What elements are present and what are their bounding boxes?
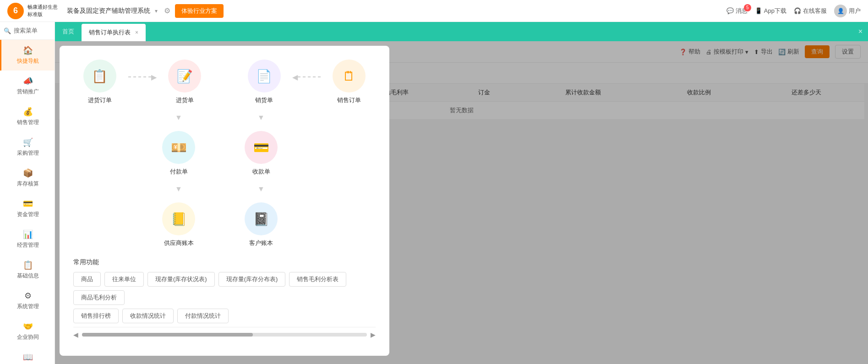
- node-supplier-ledger[interactable]: 📒 供应商账本: [151, 202, 206, 247]
- guide-icon: 📖: [23, 352, 33, 362]
- payment-icon: 💴: [171, 140, 187, 155]
- node-sales-order[interactable]: 🗒 销售订单: [322, 60, 376, 104]
- tab-bar: 首页 销售订单执行表 × ×: [55, 22, 868, 41]
- node-sale-invoice[interactable]: 📄 销货单: [238, 60, 291, 104]
- sidebar-item-guide[interactable]: 📖 新手引导: [0, 347, 55, 364]
- supplier-ledger-circle: 📒: [162, 202, 195, 235]
- arrow-down-supplier: ▼: [151, 185, 206, 193]
- logo-line2: 标准版: [27, 11, 58, 18]
- cf-btn-product[interactable]: 商品: [73, 272, 101, 287]
- tab-sales-order-exec-label: 销售订单执行表: [89, 28, 131, 37]
- message-item[interactable]: 💬 消息 5: [726, 7, 748, 15]
- cf-btn-partner[interactable]: 往来单位: [104, 272, 144, 287]
- system-title: 装备及固定资产辅助管理系统: [67, 7, 150, 15]
- node-customer-ledger[interactable]: 📓 客户账本: [234, 202, 289, 247]
- sidebar-label-basic: 基础信息: [17, 272, 39, 280]
- payment-label: 付款单: [170, 168, 188, 176]
- arrow-salesorder-to-invoice: ◀: [290, 73, 322, 81]
- dropdown-icon[interactable]: ▾: [155, 8, 158, 14]
- app-label: App下载: [764, 7, 786, 15]
- logo-icon: 6: [7, 3, 24, 19]
- sidebar-item-basic[interactable]: 📋 基础信息: [0, 255, 55, 285]
- sidebar-item-quick[interactable]: 🏠 快捷导航: [0, 40, 55, 71]
- sidebar-item-sales[interactable]: 💰 销售管理: [0, 101, 55, 132]
- customer-ledger-circle: 📓: [245, 202, 278, 235]
- vertical-arrows-row2: ▼ ▼: [73, 185, 376, 193]
- supplier-ledger-icon: 📒: [171, 212, 187, 227]
- cf-btn-receipt-stats[interactable]: 收款情况统计: [122, 309, 174, 323]
- common-functions: 常用功能 商品 往来单位 现存量(库存状况表) 现存量(库存分布表) 销售毛利分…: [73, 258, 376, 323]
- marketing-icon: 📣: [23, 76, 33, 86]
- scroll-right-icon[interactable]: ▶: [371, 331, 376, 338]
- sales-order-circle: 🗒: [333, 60, 366, 92]
- sidebar-item-marketing[interactable]: 📣 营销推广: [0, 71, 55, 101]
- sale-invoice-icon: 📄: [256, 69, 272, 84]
- tab-home[interactable]: 首页: [55, 22, 82, 41]
- customer-ledger-icon: 📓: [253, 212, 269, 227]
- scroll-track[interactable]: [82, 333, 367, 337]
- scrollbar-area: ◀ ▶: [73, 327, 376, 342]
- operations-icon: 📊: [23, 229, 33, 239]
- supplier-ledger-label: 供应商账本: [164, 239, 194, 247]
- message-badge: 5: [744, 4, 751, 11]
- vertical-arrows-row1: ▼ ▼: [73, 114, 376, 122]
- cf-btn-stock-status[interactable]: 现存量(库存状况表): [147, 272, 215, 287]
- purchase-receipt-icon: 📝: [177, 69, 193, 84]
- sidebar-label-inventory: 库存核算: [17, 180, 39, 188]
- cf-title: 常用功能: [73, 258, 376, 266]
- sidebar: 🔍 搜索菜单 🏠 快捷导航 📣 营销推广 💰 销售管理 🛒 采购管理 📦: [0, 22, 55, 364]
- customer-ledger-label: 客户账本: [249, 239, 273, 247]
- node-payment[interactable]: 💴 付款单: [151, 131, 206, 176]
- app-download-item[interactable]: 📱 App下载: [755, 7, 786, 15]
- sale-invoice-label: 销货单: [255, 96, 273, 104]
- user-item[interactable]: 👤 用户: [834, 5, 861, 17]
- sidebar-item-collab[interactable]: 🤝 企业协同: [0, 316, 55, 347]
- purchase-icon: 🛒: [23, 137, 33, 147]
- service-item[interactable]: 🎧 在线客服: [794, 7, 827, 15]
- purchase-receipt-circle: 📝: [168, 60, 201, 92]
- try-button[interactable]: 体验行业方案: [175, 4, 224, 18]
- scroll-left-icon[interactable]: ◀: [73, 331, 78, 338]
- main-area: 🔍 搜索菜单 🏠 快捷导航 📣 营销推广 💰 销售管理 🛒 采购管理 📦: [0, 22, 868, 364]
- cf-btn-payment-stats[interactable]: 付款情况统计: [177, 309, 229, 323]
- sale-invoice-circle: 📄: [248, 60, 281, 92]
- sidebar-search[interactable]: 🔍 搜索菜单: [0, 22, 55, 40]
- purchase-order-circle: 📋: [83, 60, 116, 92]
- arrow-down-receipt: ▼: [234, 114, 289, 122]
- payment-circle: 💴: [162, 131, 195, 164]
- arrow-down-customer: ▼: [234, 185, 289, 193]
- topbar: 6 畅康通好生意 标准版 装备及固定资产辅助管理系统 ▾ ⚙ 体验行业方案 💬 …: [0, 0, 868, 22]
- node-receipt[interactable]: 💳 收款单: [234, 131, 289, 176]
- cf-btn-product-profit[interactable]: 商品毛利分析: [73, 290, 125, 305]
- collab-icon: 🤝: [23, 321, 33, 331]
- gear-icon[interactable]: ⚙: [164, 6, 170, 15]
- sidebar-item-finance[interactable]: 💳 资金管理: [0, 193, 55, 224]
- basic-icon: 📋: [23, 260, 33, 270]
- user-label: 用户: [849, 7, 861, 15]
- tab-close-icon[interactable]: ×: [135, 29, 138, 36]
- cf-btn-stock-dist[interactable]: 现存量(库存分布表): [218, 272, 286, 287]
- node-purchase-order[interactable]: 📋 进货订单: [73, 60, 126, 104]
- sidebar-item-operations[interactable]: 📊 经营管理: [0, 224, 55, 255]
- search-label: 搜索菜单: [14, 27, 38, 35]
- sidebar-item-purchase[interactable]: 🛒 采购管理: [0, 132, 55, 163]
- flow-row-3: 📒 供应商账本 📓 客户账本: [73, 202, 376, 247]
- app-icon: 📱: [755, 7, 762, 14]
- sidebar-label-quick: 快捷导航: [17, 57, 39, 65]
- finance-icon: 💳: [23, 199, 33, 209]
- tab-bar-close-icon[interactable]: ×: [858, 27, 863, 36]
- sidebar-label-sales: 销售管理: [17, 119, 39, 126]
- tab-sales-order-exec[interactable]: 销售订单执行表 ×: [82, 24, 146, 41]
- system-icon: ⚙: [24, 291, 32, 301]
- receipt-label: 收款单: [252, 168, 270, 176]
- logo-text: 畅康通好生意 标准版: [27, 4, 58, 18]
- node-purchase-receipt[interactable]: 📝 进货单: [158, 60, 212, 104]
- app-container: 6 畅康通好生意 标准版 装备及固定资产辅助管理系统 ▾ ⚙ 体验行业方案 💬 …: [0, 0, 868, 364]
- sidebar-item-system[interactable]: ⚙ 系统管理: [0, 285, 55, 316]
- sidebar-item-inventory[interactable]: 📦 库存核算: [0, 163, 55, 193]
- service-label: 在线客服: [803, 7, 827, 15]
- purchase-order-label: 进货订单: [88, 96, 112, 104]
- cf-btn-sales-profit[interactable]: 销售毛利分析表: [289, 272, 346, 287]
- avatar: 👤: [834, 5, 847, 17]
- cf-btn-sales-rank[interactable]: 销售排行榜: [73, 309, 119, 323]
